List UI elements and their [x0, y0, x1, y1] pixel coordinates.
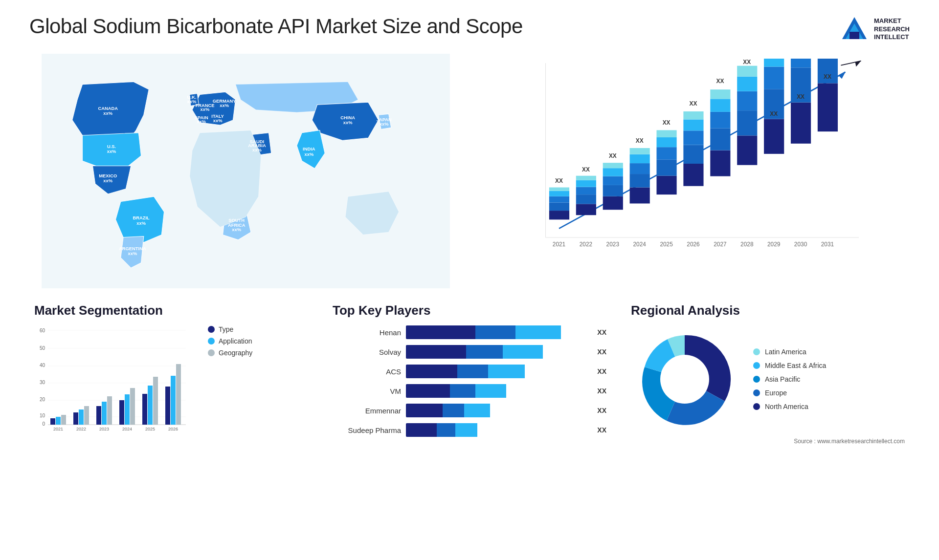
svg-text:MEXICO: MEXICO [99, 173, 117, 178]
donut-container: Latin America Middle East & Africa Asia … [631, 325, 905, 433]
svg-text:0: 0 [42, 421, 45, 427]
world-map: CANADA xx% U.S. xx% MEXICO xx% BRAZIL xx… [29, 54, 462, 288]
svg-text:20: 20 [40, 397, 45, 402]
svg-text:U.S.: U.S. [107, 144, 116, 149]
north-america-dot [753, 403, 760, 410]
svg-text:xx%: xx% [343, 120, 353, 125]
map-section: CANADA xx% U.S. xx% MEXICO xx% BRAZIL xx… [29, 54, 462, 288]
svg-text:xx%: xx% [305, 151, 314, 157]
application-dot [208, 338, 215, 345]
svg-rect-155 [171, 376, 176, 425]
svg-rect-54 [603, 196, 623, 210]
svg-rect-142 [96, 406, 101, 425]
bar-seg3 [488, 365, 525, 378]
bar-seg3 [503, 345, 543, 359]
legend-application-label: Application [219, 337, 252, 345]
players-section: Top Key Players Henan XX Solvay [328, 298, 611, 450]
svg-rect-49 [576, 187, 596, 195]
svg-rect-134 [50, 418, 55, 425]
svg-rect-40 [549, 211, 569, 219]
svg-text:xx%: xx% [136, 220, 146, 226]
legend-geography: Geography [208, 349, 252, 357]
svg-rect-47 [576, 204, 596, 215]
player-value-henan: XX [597, 328, 606, 336]
player-name-acs: ACS [333, 367, 401, 376]
bar-seg3 [515, 325, 561, 339]
svg-rect-146 [119, 400, 124, 425]
player-vm: VM XX [333, 384, 606, 398]
player-bar-henan [406, 325, 588, 339]
svg-rect-50 [576, 180, 596, 187]
svg-text:XX: XX [636, 137, 644, 144]
header: Global Sodium Bicarbonate API Market Siz… [29, 15, 910, 44]
svg-text:2021: 2021 [53, 427, 63, 431]
svg-rect-89 [737, 135, 757, 165]
svg-rect-86 [710, 89, 730, 99]
svg-text:2021: 2021 [553, 241, 566, 248]
svg-rect-84 [710, 112, 730, 129]
svg-rect-56 [603, 176, 623, 185]
bar-seg3 [464, 404, 490, 417]
svg-rect-68 [656, 176, 676, 194]
bar-seg1 [406, 404, 443, 417]
svg-text:xx%: xx% [380, 121, 389, 127]
svg-rect-91 [737, 91, 757, 110]
svg-text:xx%: xx% [103, 178, 112, 183]
svg-text:xx%: xx% [213, 118, 223, 123]
svg-text:2022: 2022 [76, 427, 86, 431]
player-solvay: Solvay XX [333, 345, 606, 359]
svg-rect-41 [549, 203, 569, 211]
svg-rect-152 [153, 377, 158, 425]
regional-section: Regional Analysis [626, 298, 910, 450]
svg-rect-154 [165, 387, 170, 425]
player-bar-sudeep [406, 423, 588, 437]
svg-rect-147 [125, 394, 130, 425]
svg-text:XX: XX [743, 59, 751, 65]
players-list: Henan XX Solvay [333, 325, 606, 437]
svg-text:XX: XX [797, 93, 805, 100]
bar-seg1 [406, 384, 450, 398]
svg-rect-72 [656, 130, 676, 137]
segmentation-chart: 60 50 40 30 20 10 0 [34, 325, 191, 433]
svg-rect-64 [630, 154, 650, 163]
svg-rect-99 [764, 66, 784, 89]
legend-type: Type [208, 325, 252, 333]
svg-rect-82 [710, 151, 730, 176]
svg-text:xx%: xx% [128, 251, 137, 256]
bar-seg2 [437, 423, 455, 437]
type-dot [208, 326, 215, 333]
middle-east-africa-label: Middle East & Africa [765, 362, 826, 369]
growth-chart-section: XX 2021 XX 2022 XX 2023 [477, 54, 910, 288]
svg-text:2024: 2024 [122, 427, 132, 431]
svg-text:2022: 2022 [580, 241, 592, 248]
legend-type-label: Type [219, 325, 233, 333]
svg-rect-135 [56, 417, 61, 425]
bar-seg2 [443, 404, 465, 417]
player-sudeep: Sudeep Pharma XX [333, 423, 606, 437]
svg-text:XX: XX [609, 152, 617, 159]
europe-dot [753, 389, 760, 396]
page-container: Global Sodium Bicarbonate API Market Siz… [0, 0, 939, 560]
svg-text:2030: 2030 [794, 241, 807, 248]
svg-rect-104 [791, 103, 811, 144]
legend-europe: Europe [753, 389, 826, 397]
svg-text:xx%: xx% [201, 107, 210, 112]
player-name-solvay: Solvay [333, 348, 401, 356]
svg-rect-2 [850, 32, 859, 39]
bar-seg1 [406, 423, 437, 437]
svg-point-158 [660, 355, 709, 404]
svg-text:xx%: xx% [220, 103, 229, 108]
svg-rect-78 [683, 119, 703, 130]
svg-rect-62 [630, 174, 650, 187]
svg-text:XX: XX [555, 177, 563, 184]
legend-geography-label: Geography [219, 349, 252, 357]
svg-rect-156 [176, 364, 181, 425]
player-acs: ACS XX [333, 365, 606, 378]
svg-text:CANADA: CANADA [98, 106, 118, 111]
svg-rect-71 [656, 137, 676, 147]
player-name-vm: VM [333, 387, 401, 395]
latin-america-dot [753, 348, 760, 355]
svg-text:CHINA: CHINA [340, 115, 355, 120]
svg-text:2026: 2026 [687, 241, 700, 248]
svg-text:50: 50 [40, 345, 45, 351]
